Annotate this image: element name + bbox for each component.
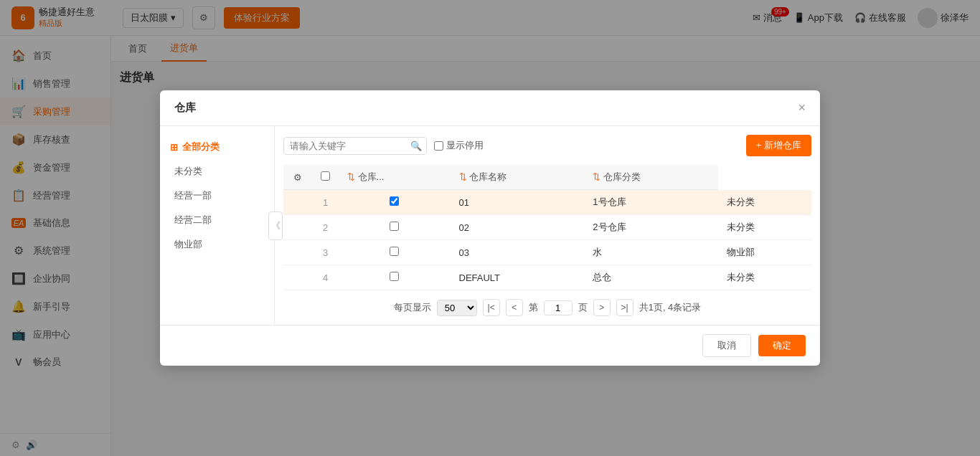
row-checkbox-4[interactable]: [390, 272, 399, 281]
row-checkbox-1[interactable]: [390, 196, 399, 206]
confirm-button[interactable]: 确定: [758, 335, 806, 356]
warehouse-modal: 仓库 × ⊞ 全部分类 未分类 经营一部 经营二部 物业部 《: [160, 90, 820, 366]
col-gear: ⚙: [283, 165, 312, 190]
modal-title: 仓库: [174, 101, 196, 115]
modal-header: 仓库 ×: [160, 90, 820, 126]
category-item-3[interactable]: 物业部: [160, 232, 274, 257]
row-code-4: DEFAULT: [451, 265, 585, 290]
search-input[interactable]: [290, 141, 410, 151]
category-item-0[interactable]: 未分类: [160, 159, 274, 184]
row-name-4: 总仓: [584, 265, 718, 290]
row-category-1: 未分类: [718, 190, 811, 215]
select-all-checkbox[interactable]: [321, 171, 330, 181]
cancel-button[interactable]: 取消: [702, 334, 751, 357]
row-category-3: 物业部: [718, 240, 811, 265]
row-category-2: 未分类: [718, 215, 811, 240]
col-name: ⇅ 仓库名称: [451, 165, 585, 190]
row-code-1: 01: [451, 190, 585, 215]
show-disabled-text: 显示停用: [446, 139, 484, 152]
collapse-category-button[interactable]: 《: [268, 212, 283, 240]
sort-icon-name: ⇅: [459, 171, 467, 182]
row-checkbox-cell-2: [339, 215, 451, 240]
row-num-1: 1: [312, 190, 339, 215]
category-item-2[interactable]: 经营二部: [160, 208, 274, 232]
sort-icon: ⇅: [347, 171, 355, 182]
col-check: [312, 165, 339, 190]
row-num-4: 4: [312, 265, 339, 290]
row-gear-3: [283, 240, 312, 265]
row-gear-4: [283, 265, 312, 290]
modal-overlay: 仓库 × ⊞ 全部分类 未分类 经营一部 经营二部 物业部 《: [0, 0, 980, 456]
row-checkbox-cell-3: [339, 240, 451, 265]
page-prefix-label: 第: [529, 301, 538, 314]
row-num-2: 2: [312, 215, 339, 240]
per-page-select[interactable]: 50 100: [437, 300, 477, 316]
row-checkbox-3[interactable]: [390, 247, 399, 256]
search-icon: 🔍: [410, 141, 422, 151]
table-row[interactable]: 1 01 1号仓库 未分类: [283, 190, 811, 215]
page-suffix-label: 页: [578, 301, 588, 314]
pagination: 每页显示 50 100 |< < 第 页 > >| 共1页, 4条记录: [283, 299, 811, 316]
row-checkbox-cell-1: [339, 190, 451, 215]
row-num-3: 3: [312, 240, 339, 265]
table-row[interactable]: 4 DEFAULT 总仓 未分类: [283, 265, 811, 290]
row-gear-2: [283, 215, 312, 240]
table-panel: 🔍 显示停用 + 新增仓库 ⚙ ⇅ 仓: [275, 126, 820, 325]
modal-footer: 取消 确定: [160, 325, 820, 366]
show-disabled-checkbox[interactable]: [434, 141, 443, 151]
row-name-1: 1号仓库: [584, 190, 718, 215]
col-code: ⇅ 仓库...: [339, 165, 451, 190]
row-checkbox-cell-4: [339, 265, 451, 290]
modal-body: ⊞ 全部分类 未分类 经营一部 经营二部 物业部 《 🔍: [160, 126, 820, 325]
category-item-1[interactable]: 经营一部: [160, 184, 274, 208]
add-warehouse-button[interactable]: + 新增仓库: [746, 135, 811, 156]
row-code-2: 02: [451, 215, 585, 240]
row-name-3: 水: [584, 240, 718, 265]
table-toolbar: 🔍 显示停用 + 新增仓库: [283, 135, 811, 156]
all-categories-label: 全部分类: [182, 141, 220, 153]
row-gear-1: [283, 190, 312, 215]
last-page-button[interactable]: >|: [616, 299, 633, 316]
warehouse-table: ⚙ ⇅ 仓库... ⇅ 仓库名称 ⇅ 仓库分类: [283, 165, 811, 290]
search-input-wrap: 🔍: [283, 137, 427, 155]
per-page-label: 每页显示: [394, 301, 431, 314]
row-checkbox-2[interactable]: [390, 222, 399, 231]
prev-page-button[interactable]: <: [506, 299, 523, 316]
collapse-icon: 《: [271, 219, 281, 232]
all-categories-item[interactable]: ⊞ 全部分类: [160, 135, 274, 159]
table-row[interactable]: 3 03 水 物业部: [283, 240, 811, 265]
next-page-button[interactable]: >: [593, 299, 611, 316]
total-label: 共1页, 4条记录: [639, 301, 702, 314]
modal-close-button[interactable]: ×: [798, 100, 806, 115]
show-disabled-label[interactable]: 显示停用: [434, 139, 484, 152]
sort-icon-cat: ⇅: [593, 171, 600, 182]
col-category: ⇅ 仓库分类: [584, 165, 718, 190]
category-panel: ⊞ 全部分类 未分类 经营一部 经营二部 物业部 《: [160, 126, 275, 325]
row-code-3: 03: [451, 240, 585, 265]
row-category-4: 未分类: [718, 265, 811, 290]
page-input[interactable]: [544, 300, 573, 315]
grid-icon: ⊞: [170, 142, 178, 153]
table-row[interactable]: 2 02 2号仓库 未分类: [283, 215, 811, 240]
first-page-button[interactable]: |<: [483, 299, 500, 316]
row-name-2: 2号仓库: [584, 215, 718, 240]
